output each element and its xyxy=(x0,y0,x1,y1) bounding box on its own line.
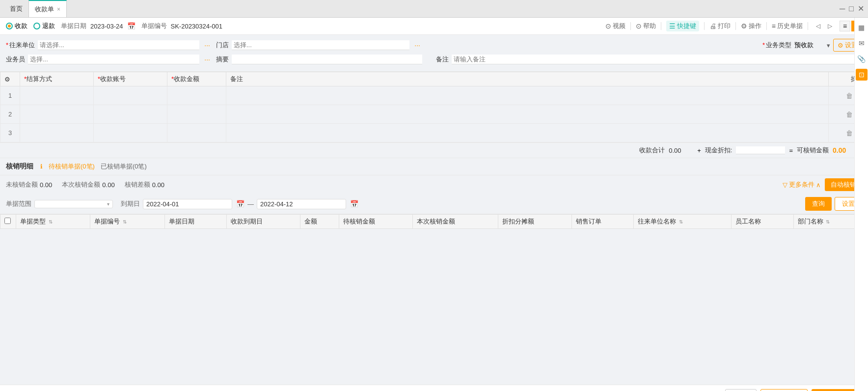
sidebar-email-icon[interactable]: ✉ xyxy=(856,37,868,49)
doc-num-info: 单据编号 SK-20230324-001 xyxy=(141,22,223,30)
print-btn[interactable]: 🖨 打印 xyxy=(709,22,731,30)
calendar-to-icon[interactable]: 📅 xyxy=(350,200,358,208)
table-row: 1 🗑⊕ xyxy=(0,86,868,105)
help-btn[interactable]: ⊙ 帮助 xyxy=(636,22,656,30)
summary-field: 摘要 xyxy=(216,55,422,64)
receipt-refund-radio: 收款 退款 xyxy=(6,22,55,30)
sort-doc-type[interactable]: ⇅ xyxy=(49,219,53,224)
tab-home[interactable]: 首页 xyxy=(4,0,28,17)
help-icon: ⊙ xyxy=(636,22,642,30)
plus-sign: + xyxy=(697,147,701,154)
save-draft-btn[interactable]: 保存草稿 ∧ xyxy=(760,389,808,391)
query-btn[interactable]: 查询 xyxy=(805,197,832,211)
stat-diff-label: 核销差额 xyxy=(125,180,150,189)
pending-tab[interactable]: 待核销单据(0笔) xyxy=(49,162,95,171)
operation-label: 操作 xyxy=(749,22,761,30)
row-delete-2[interactable]: 🗑 xyxy=(846,111,853,118)
stat-this-label: 本次核销金额 xyxy=(62,180,100,189)
radio-receipt[interactable]: 收款 xyxy=(6,22,27,30)
history-btn[interactable]: ≡ 历史单据 xyxy=(772,22,803,30)
gear-icon: ⚙ xyxy=(838,42,843,49)
staff-more-btn[interactable]: ··· xyxy=(202,56,212,63)
doc-num-label: 单据编号 xyxy=(141,22,167,30)
divider-5 xyxy=(766,22,767,30)
stat-this: 本次核销金额 0.00 xyxy=(62,180,114,189)
cell-account-1[interactable] xyxy=(94,86,167,105)
nav-prev[interactable]: ◁ xyxy=(813,21,823,31)
divider-1 xyxy=(630,22,631,30)
cell-account-2[interactable] xyxy=(94,105,167,124)
summary-row: 收款合计 0.00 + 现金折扣: = 可核销金额 0.00 xyxy=(0,143,868,158)
staff-input[interactable] xyxy=(28,55,199,64)
sort-counterpart[interactable]: ⇅ xyxy=(679,219,683,224)
cell-account-3[interactable] xyxy=(94,124,167,142)
video-btn[interactable]: ⊙ 视频 xyxy=(605,22,625,30)
sort-dept[interactable]: ⇅ xyxy=(826,219,830,224)
shortcut-btn[interactable]: ☰ 快捷键 xyxy=(666,21,699,31)
row-delete-3[interactable]: 🗑 xyxy=(846,129,853,137)
calendar-icon[interactable]: 📅 xyxy=(127,22,136,30)
col-setting[interactable]: ⚙ xyxy=(0,72,20,86)
sidebar-table-icon[interactable]: ▦ xyxy=(856,22,868,33)
cell-amount-2[interactable] xyxy=(167,105,226,124)
cell-remark-2[interactable] xyxy=(226,105,829,124)
done-tab[interactable]: 已核销单据(0笔) xyxy=(101,162,147,171)
cell-settlement-3[interactable] xyxy=(20,124,94,142)
store-more-btn[interactable]: ··· xyxy=(412,41,422,49)
calendar-from-icon[interactable]: 📅 xyxy=(236,200,244,208)
counterpart-more-btn[interactable]: ··· xyxy=(202,41,212,49)
writeoff-info-icon[interactable]: ℹ xyxy=(40,163,43,170)
cell-settlement-2[interactable] xyxy=(20,105,94,124)
summary-input[interactable] xyxy=(232,55,422,64)
col-doc-date: 单据日期 xyxy=(164,215,226,229)
tab-bar: 首页 收款单 × ─ □ ✕ xyxy=(0,0,868,18)
sidebar-scan-icon[interactable]: ⊡ xyxy=(856,69,868,81)
col-doc-type: 单据类型 ⇅ xyxy=(16,215,90,229)
tab-close-icon[interactable]: × xyxy=(57,6,60,13)
remark-input[interactable] xyxy=(452,55,862,64)
more-conditions-btn[interactable]: ▽ 更多条件 ∧ xyxy=(783,180,821,189)
date-from-input[interactable] xyxy=(143,199,232,209)
view-list-btn[interactable]: ≡ xyxy=(840,21,850,31)
cell-remark-1[interactable] xyxy=(226,86,829,105)
business-type-arrow[interactable]: ▾ xyxy=(827,42,830,49)
business-type-field: 业务类型 预收款 ▾ ⚙ 设置 xyxy=(762,39,862,52)
receipt-table: ⚙ *结算方式 *收款账号 *收款金额 备注 xyxy=(0,72,868,142)
counterpart-input[interactable] xyxy=(38,40,199,50)
cell-remark-3[interactable] xyxy=(226,124,829,142)
operation-btn[interactable]: ⚙ 操作 xyxy=(741,22,761,30)
equals-sign: = xyxy=(789,147,793,154)
window-close-icon[interactable]: ✕ xyxy=(858,4,864,13)
col-sales-order: 销售订单 xyxy=(572,215,634,229)
sidebar-clip-icon[interactable]: 📎 xyxy=(856,53,868,65)
store-input[interactable] xyxy=(232,40,409,50)
cell-amount-3[interactable] xyxy=(167,124,226,142)
shortcut-label: 快捷键 xyxy=(677,22,696,30)
more-conditions-label: 更多条件 xyxy=(789,180,814,189)
cell-amount-1[interactable] xyxy=(167,86,226,105)
net-label: 可核销金额 xyxy=(797,146,829,155)
row-num-3: 3 xyxy=(0,124,20,142)
sort-doc-num[interactable]: ⇅ xyxy=(123,219,127,224)
abandon-btn[interactable]: 放弃 xyxy=(725,389,757,391)
form-row-1: 往来单位 ··· 门店 ··· 业务类型 预收款 ▾ ⚙ 设置 xyxy=(6,39,862,52)
row-delete-1[interactable]: 🗑 xyxy=(846,92,853,100)
divider-2 xyxy=(661,22,661,30)
form-row-2: 业务员 ··· 摘要 备注 xyxy=(6,55,862,64)
cell-settlement-1[interactable] xyxy=(20,86,94,105)
radio-refund[interactable]: 退款 xyxy=(33,22,55,30)
tab-receipt[interactable]: 收款单 × xyxy=(28,0,67,17)
radio-refund-label: 退款 xyxy=(42,22,55,30)
total-label: 收款合计 xyxy=(639,146,665,155)
doc-range-select[interactable]: ▾ xyxy=(34,200,113,208)
discount-input[interactable] xyxy=(736,146,785,154)
select-all-checkbox[interactable] xyxy=(4,218,11,224)
doc-num-value: SK-20230324-001 xyxy=(171,23,223,30)
col-discount: 折扣分摊额 xyxy=(498,215,571,229)
row-num-1: 1 xyxy=(0,86,20,105)
window-maximize-icon[interactable]: □ xyxy=(849,4,854,13)
nav-next[interactable]: ▷ xyxy=(825,21,835,31)
window-minimize-icon[interactable]: ─ xyxy=(840,4,845,13)
stat-unpaid: 未核销金额 0.00 xyxy=(6,180,52,189)
date-to-input[interactable] xyxy=(257,199,346,209)
